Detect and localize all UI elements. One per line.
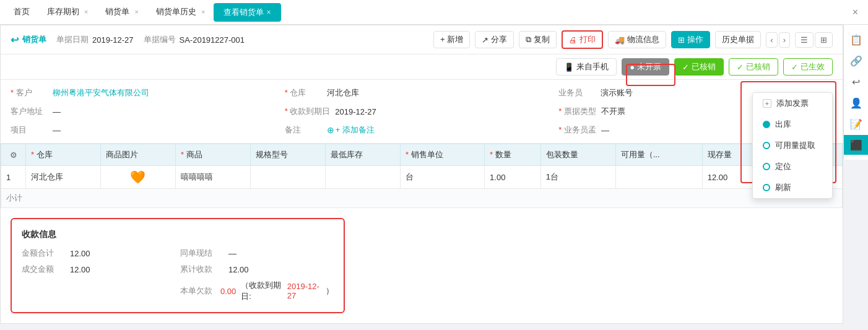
- row-minstock: [325, 166, 400, 189]
- check-button[interactable]: ✓ 已核销: [674, 58, 724, 76]
- right-sidebar: 📋 🔗 ↩ 👤 📝 ⬛: [843, 25, 868, 160]
- unopened-icon: ●: [630, 63, 635, 72]
- add-invoice-icon: +: [763, 99, 771, 108]
- dropdown-locate[interactable]: 定位: [753, 156, 832, 177]
- outbound-icon: [763, 121, 770, 128]
- transaction-label: 成交金额: [22, 264, 65, 275]
- order-settlement-value: —: [228, 249, 237, 258]
- col-product-header: * 商品: [175, 144, 250, 166]
- available-qty-label: 可用量提取: [775, 140, 815, 151]
- subtotal-row: 小计: [1, 189, 843, 208]
- tab-check-sales[interactable]: 查看销货单 ×: [214, 3, 281, 22]
- copy-label: 复制: [534, 34, 550, 45]
- sidebar-icon-3[interactable]: ↩: [846, 72, 866, 92]
- list-view-button[interactable]: ☰: [795, 32, 814, 48]
- unopened-button[interactable]: ● 未开票: [622, 58, 669, 76]
- tab-check-sales-close[interactable]: ×: [266, 7, 271, 17]
- operate-icon: ⊞: [678, 35, 685, 45]
- warehouse-value: 河北仓库: [327, 87, 359, 98]
- history-button[interactable]: 历史单据: [715, 31, 761, 48]
- status-bar: 📱 来自手机 ● 未开票 ✓ 已核销 ✓ 已核销 ✓ 已生效: [1, 54, 843, 80]
- tab-inventory-init-label: 库存期初: [47, 6, 79, 17]
- accumulated-label: 累计收款: [180, 264, 224, 275]
- col-available-header: 可用量（...: [615, 144, 702, 166]
- tab-sales-order-label: 销货单: [105, 6, 129, 17]
- refresh-label: 刷新: [775, 182, 791, 193]
- staff-label: 业务员: [558, 87, 596, 98]
- note-label: 备注: [285, 124, 322, 136]
- row-available: [615, 166, 702, 189]
- settings-icon[interactable]: ⚙: [10, 150, 17, 160]
- sidebar-icon-5[interactable]: 📝: [846, 114, 866, 134]
- row-num: 1: [1, 166, 26, 189]
- note-row: 备注 ⊕ + 添加备注: [285, 124, 559, 136]
- effective-label: 已生效: [801, 61, 825, 72]
- tab-check-sales-label: 查看销货单: [224, 7, 264, 18]
- transaction-row: 成交金额 12.00: [22, 264, 175, 275]
- balance-row: 本单欠款 0.00 （收款到期日: 2019-12-27 ）: [180, 280, 334, 302]
- next-arrow[interactable]: ›: [779, 32, 790, 48]
- phone-button[interactable]: 📱 来自手机: [556, 58, 617, 76]
- outbound-label: 出库: [775, 119, 791, 130]
- payment-date-row: 收款到期日 2019-12-27: [285, 106, 559, 117]
- row-image: 🧡: [100, 166, 175, 189]
- locate-label: 定位: [775, 161, 791, 172]
- tab-inventory-init-close[interactable]: ×: [84, 8, 88, 15]
- tab-sales-history-close[interactable]: ×: [201, 8, 205, 15]
- project-value: —: [53, 126, 61, 135]
- customer-label: 客户: [11, 87, 48, 98]
- print-button[interactable]: 🖨 打印: [562, 30, 603, 49]
- share-button[interactable]: ↗ 分享: [475, 31, 514, 48]
- doc-icon: ↩: [11, 34, 19, 46]
- date-label: 单据日期: [56, 34, 89, 45]
- dropdown-available-qty[interactable]: 可用量提取: [753, 135, 832, 156]
- row-spec: [250, 166, 325, 189]
- accumulated-row: 累计收款 12.00: [180, 264, 334, 275]
- prev-arrow[interactable]: ‹: [766, 32, 777, 48]
- doc-date-meta: 单据日期 2019-12-27: [56, 34, 134, 45]
- tab-sales-order[interactable]: 销货单 ×: [97, 0, 147, 25]
- row-warehouse: 河北仓库: [26, 166, 101, 189]
- tab-sales-history[interactable]: 销货单历史 ×: [147, 0, 214, 25]
- effective-button[interactable]: ✓ 已生效: [783, 58, 833, 76]
- tab-sales-order-close[interactable]: ×: [134, 8, 138, 15]
- grid-view-button[interactable]: ⊞: [815, 32, 833, 48]
- logistics-button[interactable]: 🚚 物流信息: [608, 31, 666, 48]
- date-value: 2019-12-27: [92, 35, 134, 45]
- warehouse-row: 仓库 河北仓库: [285, 87, 559, 98]
- row-packqty: 1台: [540, 166, 615, 189]
- tab-inventory-init[interactable]: 库存期初 ×: [38, 0, 97, 25]
- sidebar-icon-1[interactable]: 📋: [846, 30, 866, 50]
- balance-value: 0.00: [220, 287, 236, 296]
- customer-value[interactable]: 柳州粤港平安气体有限公司: [53, 87, 149, 98]
- dropdown-refresh[interactable]: 刷新: [753, 177, 832, 198]
- payment-title: 收款信息: [22, 229, 334, 240]
- payment-grid: 金额合计 12.00 同单现结 — 成交金额 12.00 累计收款 12.00: [22, 248, 334, 302]
- operate-button[interactable]: ⊞ 操作: [671, 31, 710, 48]
- total-value: 12.00: [70, 249, 90, 258]
- refresh-icon: [763, 184, 770, 191]
- tab-sales-history-label: 销货单历史: [156, 6, 196, 17]
- order-settlement-row: 同单现结 —: [180, 248, 334, 259]
- check-icon: ✓: [682, 63, 689, 72]
- sold-button[interactable]: ✓ 已核销: [729, 58, 778, 76]
- dropdown-outbound[interactable]: 出库: [753, 114, 832, 135]
- col-packqty-header: 包装数量: [540, 144, 615, 166]
- tab-home[interactable]: 首页: [5, 0, 38, 25]
- tab-bar: 首页 库存期初 × 销货单 × 销货单历史 × 查看销货单 × ×: [0, 0, 868, 25]
- note-add[interactable]: ⊕ + 添加备注: [327, 124, 375, 136]
- sidebar-icon-4[interactable]: 👤: [846, 93, 866, 113]
- effective-icon: ✓: [791, 63, 798, 72]
- sidebar-icon-6[interactable]: ⬛: [844, 135, 869, 155]
- new-button[interactable]: + 新增: [433, 31, 470, 48]
- subtotal-label: 小计: [1, 189, 843, 208]
- sidebar-icon-2[interactable]: 🔗: [846, 51, 866, 71]
- dropdown-add-invoice[interactable]: + 添加发票: [753, 93, 832, 114]
- check-label: 已核销: [692, 61, 716, 72]
- copy-button[interactable]: ⧉ 复制: [519, 31, 557, 48]
- address-row: 客户地址 —: [11, 106, 285, 117]
- balance-date: 2019-12-27: [287, 282, 321, 300]
- global-close-button[interactable]: ×: [848, 7, 863, 18]
- table-row: 1 河北仓库 🧡 嘻嘻嘻嘻 台 1.00 1台 12.00 0.: [1, 166, 843, 189]
- payment-date-label: 收款到期日: [285, 106, 331, 117]
